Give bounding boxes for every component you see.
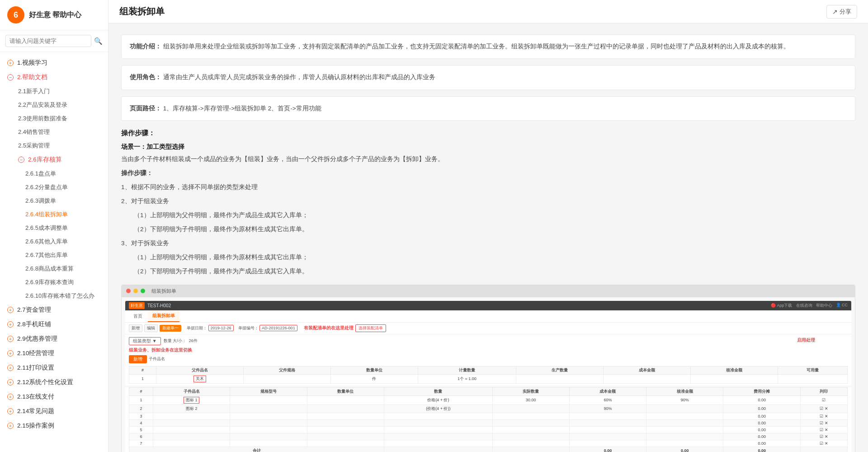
mock-bill-label: 单据编号 bbox=[238, 326, 255, 330]
sidebar-item-mobile[interactable]: + 2.8手机旺铺 bbox=[0, 317, 108, 332]
plus-icon-2: + bbox=[7, 307, 14, 313]
plus-icon-3: + bbox=[7, 321, 14, 328]
plus-icon-10: + bbox=[7, 423, 14, 429]
main-content: 组装拆卸单 ↗ 分享 功能介绍： 组装拆卸单用来处理企业组装或拆卸等加工业务，支… bbox=[108, 0, 868, 452]
screenshot-wrapper: 组装拆卸单 好生意 TEST-H002 🔴 App下载 在线咨询 帮助中心 👤 … bbox=[121, 285, 855, 452]
mock-btn-action[interactable]: 新增 bbox=[129, 355, 147, 363]
mock-company: TEST-H002 bbox=[147, 303, 171, 308]
sidebar-item-print[interactable]: + 2.11打印设置 bbox=[0, 361, 108, 375]
sidebar-item-beginner[interactable]: 2.1新手入门 bbox=[0, 85, 108, 98]
sidebar-item-stock-fix[interactable]: 2.6.10库存账本错了怎么办 bbox=[0, 289, 108, 303]
logo-text: 好生意 帮助中心 bbox=[29, 10, 81, 20]
sidebar-item-video[interactable]: + 1.视频学习 bbox=[0, 56, 108, 70]
minus-icon-2: − bbox=[18, 157, 24, 163]
search-button[interactable]: 🔍 bbox=[94, 37, 103, 45]
sidebar-item-cases[interactable]: + 2.15操作案例 bbox=[0, 419, 108, 433]
plus-icon-7: + bbox=[7, 379, 14, 385]
plus-icon-5: + bbox=[7, 350, 14, 357]
scene1-desc: 当由多个子件材料组装成一个成品的业务为【组装】业务，当由一个父件拆分成多个子产品… bbox=[121, 154, 855, 165]
screenshot-tab-title: 组装拆卸单 bbox=[151, 288, 176, 295]
sidebar-item-cost-adjust[interactable]: 2.6.5成本调整单 bbox=[0, 221, 108, 235]
logo-icon: 6 bbox=[7, 6, 24, 24]
topbar: 组装拆卸单 ↗ 分享 bbox=[108, 0, 868, 24]
plus-icon-9: + bbox=[7, 408, 14, 414]
mock-btn-new-single[interactable]: 新建单一 bbox=[160, 325, 181, 332]
step2: 2、对于组装业务 bbox=[121, 196, 855, 207]
step3-1: （1）上部明细为父件明细，最终作为原材料生成其它出库单； bbox=[121, 252, 855, 263]
sidebar: 6 好生意 帮助中心 🔍 + 1.视频学习 − 2.帮助文档 2.1新手入门 2… bbox=[0, 0, 108, 452]
sidebar-item-coupon[interactable]: + 2.9优惠券管理 bbox=[0, 332, 108, 346]
step3-2: （2）下部明细为子件明细，最终作为产成品生成其它入库单。 bbox=[121, 266, 855, 277]
search-input[interactable] bbox=[5, 35, 91, 47]
mock-annotation3: 启用处理 bbox=[797, 337, 815, 343]
sidebar-item-stock-ledger[interactable]: 2.6.9库存账本查询 bbox=[0, 276, 108, 289]
sidebar-item-purchase[interactable]: 2.5采购管理 bbox=[0, 139, 108, 152]
minus-icon: − bbox=[7, 74, 14, 81]
sidebar-item-management[interactable]: + 2.10经营管理 bbox=[0, 346, 108, 361]
content-area: 功能介绍： 组装拆卸单用来处理企业组装或拆卸等加工业务，支持有固定装配清单的产品… bbox=[108, 24, 868, 452]
sidebar-item-sales[interactable]: 2.4销售管理 bbox=[0, 125, 108, 139]
share-icon: ↗ bbox=[832, 8, 838, 15]
mock-annotation1: 有装配清单的在这里处理 bbox=[304, 325, 354, 331]
sidebar-item-help-docs[interactable]: − 2.帮助文档 bbox=[0, 70, 108, 85]
plus-icon-6: + bbox=[7, 365, 14, 371]
role-block: 使用角色： 通常由生产人员或库管人员完成拆装业务的操作，库管人员确认原材料的出库… bbox=[121, 65, 855, 90]
plus-icon: + bbox=[7, 60, 14, 66]
mock-table-upper: #父件品名父件规格数量单位计量数量生产数量成本金额核准金额可用量 1 关木 件1… bbox=[129, 366, 848, 384]
role-text: 通常由生产人员或库管人员完成拆装业务的操作，库管人员确认原材料的出库和产成品的入… bbox=[163, 74, 435, 81]
step2-1: （1）上部明细为父件明细，最终作为产成品生成其它入库单； bbox=[121, 210, 855, 221]
sidebar-header: 6 好生意 帮助中心 bbox=[0, 0, 108, 30]
plus-icon-8: + bbox=[7, 394, 14, 400]
ops-title: 操作步骤： bbox=[121, 129, 855, 138]
role-label: 使用角色： bbox=[130, 74, 161, 81]
sidebar-item-faq[interactable]: + 2.14常见问题 bbox=[0, 404, 108, 419]
sidebar-item-inventory[interactable]: − 2.6库存核算 bbox=[0, 152, 108, 167]
step3: 3、对于拆装业务 bbox=[121, 238, 855, 249]
path-label: 页面路径： bbox=[130, 105, 161, 112]
ops-steps-title: 操作步骤： bbox=[121, 168, 855, 179]
mock-table-lower: #子件品名规格型号数量单位数量实际数量成本金额核准金额费用分摊列印 1图标 1 … bbox=[129, 387, 848, 452]
mock-tab-assembly[interactable]: 组装拆卸单 bbox=[148, 310, 179, 322]
sidebar-item-other-in[interactable]: 2.6.6其他入库单 bbox=[0, 235, 108, 248]
share-button[interactable]: ↗ 分享 bbox=[826, 5, 857, 19]
mock-btn-select-list[interactable]: 选择装配清单 bbox=[355, 324, 386, 332]
sidebar-item-partial-check[interactable]: 2.6.2分量盘点单 bbox=[0, 181, 108, 194]
sidebar-item-payment[interactable]: + 2.13在线支付 bbox=[0, 390, 108, 404]
feature-intro-label: 功能介绍： bbox=[130, 43, 161, 50]
plus-icon-4: + bbox=[7, 336, 14, 342]
mock-btn-add[interactable]: 新增 bbox=[129, 324, 142, 332]
mock-bill-value: AD-20191226-001 bbox=[259, 325, 297, 331]
mock-child-label: 子件品名 bbox=[149, 356, 165, 362]
page-title: 组装拆卸单 bbox=[119, 5, 165, 18]
search-bar: 🔍 bbox=[0, 30, 108, 52]
path-block: 页面路径： 1、库存核算->库存管理->组装拆卸单 2、首页->常用功能 bbox=[121, 96, 855, 121]
feature-intro-text: 组装拆卸单用来处理企业组装或拆卸等加工业务，支持有固定装配清单的产品加工业务，也… bbox=[163, 43, 790, 50]
sidebar-item-finance[interactable]: + 2.7资金管理 bbox=[0, 303, 108, 317]
step1: 1、根据不同的业务，选择不同单据的类型来处理 bbox=[121, 182, 855, 193]
mock-date-label: 单据日期 bbox=[187, 326, 203, 330]
mock-type-selector[interactable]: 组装类型 ▼ bbox=[129, 337, 161, 345]
sidebar-item-install[interactable]: 2.2产品安装及登录 bbox=[0, 98, 108, 112]
sidebar-item-assembly[interactable]: 2.6.4组装拆卸单 bbox=[0, 208, 108, 221]
sidebar-item-cost-recalc[interactable]: 2.6.8商品成本重算 bbox=[0, 262, 108, 276]
sidebar-item-data-prep[interactable]: 2.3使用前数据准备 bbox=[0, 112, 108, 125]
mock-btn-edit[interactable]: 编辑 bbox=[144, 324, 158, 332]
mock-tab-home[interactable]: 首页 bbox=[129, 311, 147, 322]
sidebar-item-other-out[interactable]: 2.6.7其他出库单 bbox=[0, 248, 108, 262]
mock-annotation2: 组装业务、拆卸业务在这里切换 bbox=[129, 347, 848, 353]
mock-date-value: 2019-12-26 bbox=[208, 325, 234, 331]
sidebar-item-inventory-check[interactable]: 2.6.1盘点单 bbox=[0, 167, 108, 181]
sidebar-nav: + 1.视频学习 − 2.帮助文档 2.1新手入门 2.2产品安装及登录 2.3… bbox=[0, 52, 108, 452]
sidebar-item-transfer[interactable]: 2.6.3调拨单 bbox=[0, 194, 108, 208]
path-text: 1、库存核算->库存管理->组装拆卸单 2、首页->常用功能 bbox=[163, 105, 321, 112]
step2-2: （2）下部明细为子件明细，最终作为原材料生成其它出库单。 bbox=[121, 224, 855, 235]
sidebar-item-personalize[interactable]: + 2.12系统个性化设置 bbox=[0, 375, 108, 390]
scene1-title: 场景一：加工类型选择 bbox=[121, 143, 855, 151]
feature-intro-block: 功能介绍： 组装拆卸单用来处理企业组装或拆卸等加工业务，支持有固定装配清单的产品… bbox=[121, 34, 855, 59]
